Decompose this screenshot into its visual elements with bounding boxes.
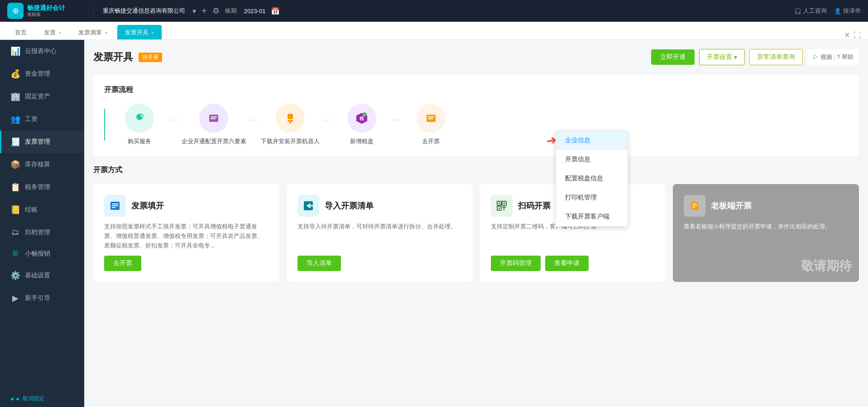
flow-arrow-3: ··· xyxy=(323,114,331,136)
page-header-actions: 立即开通 开票设置 ▾ 异常清单查询 ▷ 视频 | ? 帮助 xyxy=(651,49,859,65)
headset-icon: 🎧 xyxy=(794,8,801,15)
tab-bar-right: ✕ ⛶ xyxy=(844,31,861,39)
flow-arrow-4: ··· xyxy=(393,114,400,136)
logo-text: 畅捷通好会计 xyxy=(27,4,65,12)
method-fill-desc: 支持按照发票样式手工填开发票；可开具增值税电子普通发票、增值税普通发票、增值税专… xyxy=(104,222,269,250)
report-icon: © xyxy=(10,250,20,258)
invoice-mgmt-icon: 🧾 xyxy=(10,137,20,147)
method-boss-header: 老板端开票 xyxy=(684,195,848,217)
sidebar-item-tax-mgmt[interactable]: 📋 税务管理 xyxy=(0,176,84,199)
methods-section-title: 开票方式 xyxy=(93,165,859,175)
tab-invoice-issue-label: 发票开具 xyxy=(125,29,149,37)
settings-button[interactable]: 开票设置 ▾ xyxy=(699,49,745,65)
sidebar-item-guide[interactable]: ▶ 新手引导 xyxy=(0,287,84,310)
flow-icon-4: 税+ xyxy=(347,104,376,133)
view-apply-button[interactable]: 查看申请 xyxy=(545,256,589,271)
flow-step-1: + 购买服务 xyxy=(112,104,167,145)
cloud-report-icon: 📊 xyxy=(10,46,20,56)
method-import-header: 导入开票清单 xyxy=(297,195,462,217)
sidebar-collapse-btn[interactable]: ◄◄ 取消固定 xyxy=(0,390,84,407)
sidebar-label-invoice-mgmt: 发票管理 xyxy=(25,138,50,146)
fund-mgmt-icon: 💰 xyxy=(10,69,20,79)
sidebar-item-inventory[interactable]: 📦 库存核算 xyxy=(0,153,84,176)
method-scan-icon xyxy=(491,195,513,217)
activate-button[interactable]: 立即开通 xyxy=(651,49,695,65)
tab-invoice-issue[interactable]: 发票开具 × xyxy=(117,25,162,39)
sidebar-label-inventory: 库存核算 xyxy=(25,160,50,169)
sidebar-label-cloud-report: 云报表中心 xyxy=(25,47,57,55)
tab-invoice-calc[interactable]: 发票测算 × xyxy=(71,25,115,39)
archive-icon: 🗂 xyxy=(10,228,20,237)
status-badge: 待开通 xyxy=(139,53,162,62)
method-import-desc: 支持导入待开票清单，可对待开票清单进行拆分、合并处理。 xyxy=(297,222,462,232)
dropdown-item-download-client[interactable]: 下载开票客户端 xyxy=(556,207,628,226)
content-area: 发票开具 待开通 立即开通 开票设置 ▾ 异常清单查询 ▷ 视频 | ? 帮助 xyxy=(84,40,868,407)
flow-label-4: 新增税盘 xyxy=(350,137,374,145)
tab-invoice[interactable]: 发票 × xyxy=(36,25,69,39)
sidebar-item-fixed-assets[interactable]: 🏢 固定资产 xyxy=(0,85,84,108)
user-icon: 👤 xyxy=(834,8,841,15)
user-area[interactable]: 👤 徐泽华 xyxy=(834,7,861,15)
svg-rect-8 xyxy=(287,119,294,120)
payroll-icon: 👥 xyxy=(10,114,20,124)
main-layout: 📊 云报表中心 💰 资金管理 🏢 固定资产 👥 工资 🧾 发票管理 📦 库存核算… xyxy=(0,40,868,407)
video-button[interactable]: ▷ 视频 | ? 帮助 xyxy=(807,49,859,65)
sidebar-item-invoice-mgmt[interactable]: 🧾 发票管理 xyxy=(0,131,84,153)
tab-invoice-issue-close[interactable]: × xyxy=(151,30,154,35)
method-import-name: 导入开票清单 xyxy=(325,200,374,211)
flow-icon-3 xyxy=(276,104,305,133)
flow-step-2: 企业开通配置开票六要素 xyxy=(182,104,246,145)
sidebar-label-settle: 结账 xyxy=(25,206,38,214)
sidebar-label-report: 小畅报销 xyxy=(25,250,50,258)
dropdown-item-invoice-info[interactable]: 开票信息 xyxy=(556,150,628,169)
method-import-footer: 导入清单 xyxy=(297,256,462,271)
sidebar-label-guide: 新手引导 xyxy=(25,294,50,302)
dropdown-item-tax-config[interactable]: 配置税盘信息 xyxy=(556,169,628,188)
exception-list-button[interactable]: 异常清单查询 xyxy=(749,49,803,65)
import-list-button[interactable]: 导入清单 xyxy=(297,256,341,271)
consult-button[interactable]: 🎧 人工咨询 xyxy=(794,7,827,15)
sidebar-item-settings[interactable]: ⚙️ 基础设置 xyxy=(0,264,84,287)
boss-overlay-text: 敬请期待 xyxy=(801,257,852,275)
sidebar-item-payroll[interactable]: 👥 工资 xyxy=(0,108,84,131)
tab-bar: 首页 发票 × 发票测算 × 发票开具 × ✕ ⛶ xyxy=(0,22,868,40)
logo-icon: ⊕ xyxy=(7,3,24,19)
flow-icon-5 xyxy=(417,104,446,133)
svg-rect-6 xyxy=(288,114,293,122)
flow-section-title: 开票流程 xyxy=(104,85,848,95)
sidebar-item-archive[interactable]: 🗂 归档管理 xyxy=(0,221,84,243)
sidebar-item-report[interactable]: © 小畅报销 xyxy=(0,243,84,264)
top-bar: ⊕ 畅捷通好会计 旗舰版 重庆畅捷交通信息咨询有限公司 ▾ + ⚙ 账期 202… xyxy=(0,0,868,22)
sidebar-label-tax-mgmt: 税务管理 xyxy=(25,183,50,191)
company-dropdown-arrow[interactable]: ▾ xyxy=(192,7,196,15)
dropdown-item-company-info[interactable]: 企业信息 xyxy=(556,131,628,150)
settings-icon[interactable]: ⚙ xyxy=(212,6,220,16)
tab-home[interactable]: 首页 xyxy=(7,25,34,39)
method-boss-name: 老板端开票 xyxy=(711,200,752,211)
method-boss-icon xyxy=(684,195,705,217)
method-fill-icon xyxy=(104,195,126,217)
logo-area: ⊕ 畅捷通好会计 旗舰版 xyxy=(7,3,84,19)
sidebar-label-archive: 归档管理 xyxy=(25,228,50,237)
tab-invoice-close[interactable]: × xyxy=(58,30,61,35)
sidebar: 📊 云报表中心 💰 资金管理 🏢 固定资产 👥 工资 🧾 发票管理 📦 库存核算… xyxy=(0,40,84,407)
calendar-icon[interactable]: 📅 xyxy=(271,7,280,15)
add-company-icon[interactable]: + xyxy=(201,6,207,16)
maximize-icon[interactable]: ⛶ xyxy=(854,31,861,39)
tab-invoice-label: 发票 xyxy=(44,29,56,37)
sidebar-item-settle[interactable]: 📒 结账 xyxy=(0,199,84,221)
qr-manage-button[interactable]: 开票码管理 xyxy=(491,256,541,271)
dropdown-item-printer[interactable]: 打印机管理 xyxy=(556,188,628,207)
sidebar-item-fund-mgmt[interactable]: 💰 资金管理 xyxy=(0,63,84,85)
go-invoice-button[interactable]: 去开票 xyxy=(104,256,141,271)
svg-text:+: + xyxy=(141,114,143,117)
flow-steps: + 购买服务 ··· 企业开通配置开票六要素 ··· 下载并安装开票机器人 xyxy=(104,104,848,145)
tab-invoice-calc-close[interactable]: × xyxy=(105,30,107,35)
period-value: 2023-01 xyxy=(244,8,266,15)
flow-icon-1: + xyxy=(125,104,154,133)
sidebar-label-payroll: 工资 xyxy=(25,115,38,123)
sidebar-item-cloud-report[interactable]: 📊 云报表中心 xyxy=(0,40,84,63)
flow-step-5: 去开票 xyxy=(404,104,458,145)
close-tab-icon[interactable]: ✕ xyxy=(844,31,850,39)
flow-section: 开票流程 + 购买服务 ··· 企业开通配置开票六要素 ··· xyxy=(93,74,859,156)
